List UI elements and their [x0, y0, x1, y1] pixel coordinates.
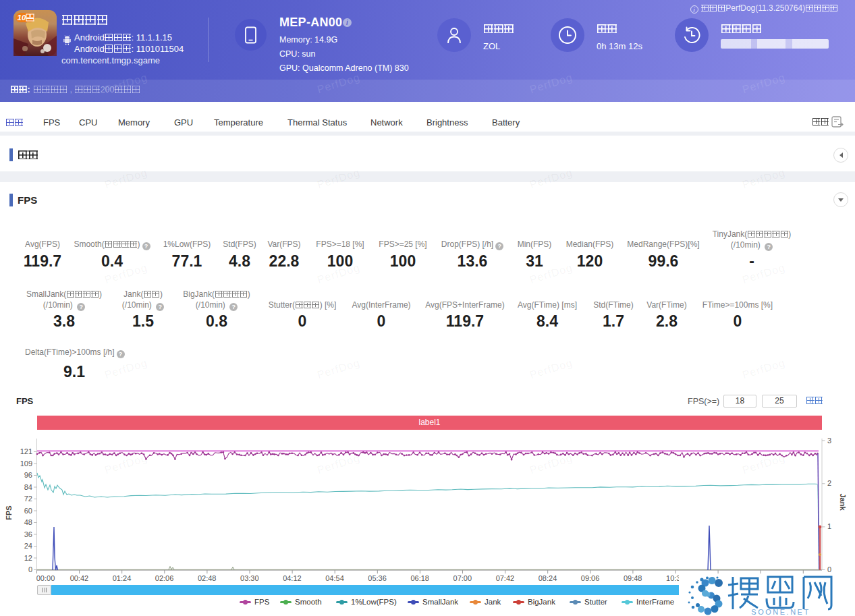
svg-text:00:42: 00:42	[70, 574, 89, 582]
svg-text:0: 0	[28, 565, 32, 573]
svg-text:60: 60	[24, 507, 32, 515]
svg-text:109: 109	[20, 459, 32, 468]
svg-text:48: 48	[24, 518, 32, 526]
svg-text:00:00: 00:00	[36, 574, 55, 582]
svg-text:01:24: 01:24	[113, 574, 132, 582]
svg-text:96: 96	[24, 471, 32, 479]
svg-text:02:06: 02:06	[155, 574, 174, 582]
svg-text:1: 1	[827, 522, 831, 530]
svg-text:05:36: 05:36	[368, 574, 387, 582]
svg-text:04:54: 04:54	[325, 574, 344, 582]
svg-text:121: 121	[20, 447, 32, 455]
svg-text:09:48: 09:48	[624, 574, 642, 582]
svg-text:24: 24	[24, 542, 32, 550]
svg-text:06:18: 06:18	[410, 574, 429, 582]
svg-text:08:24: 08:24	[539, 574, 557, 582]
svg-text:84: 84	[24, 483, 32, 491]
svg-text:03:30: 03:30	[240, 574, 259, 582]
svg-text:12: 12	[24, 554, 32, 562]
svg-text:07:00: 07:00	[453, 574, 472, 582]
svg-text:3: 3	[827, 437, 831, 445]
svg-text:07:42: 07:42	[496, 574, 515, 582]
svg-text:04:12: 04:12	[283, 574, 302, 582]
svg-text:Jank: Jank	[839, 493, 847, 511]
svg-text:02:48: 02:48	[198, 574, 217, 582]
svg-text:36: 36	[24, 530, 32, 538]
svg-text:SOONE.NET: SOONE.NET	[751, 608, 810, 616]
svg-text:09:06: 09:06	[581, 574, 600, 582]
svg-text:72: 72	[24, 495, 32, 503]
svg-text:0: 0	[827, 565, 831, 573]
svg-text:2: 2	[827, 479, 831, 487]
svg-text:FPS: FPS	[5, 505, 13, 520]
